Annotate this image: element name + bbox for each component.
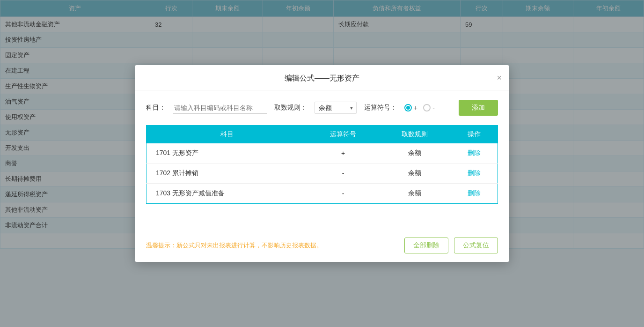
formula-form-row: 科目： 取数规则： 余额 ▼ 运算符号： +	[146, 100, 498, 116]
operator-label: 运算符号：	[364, 104, 397, 112]
modal-body: 科目： 取数规则： 余额 ▼ 运算符号： +	[135, 90, 509, 231]
operator-minus-radio[interactable]: -	[423, 104, 435, 111]
operator-minus-label: -	[432, 104, 435, 111]
delete-row-button[interactable]: 删除	[468, 169, 481, 177]
subject-input[interactable]	[173, 102, 267, 114]
footer-buttons: 全部删除 公式复位	[404, 238, 498, 253]
formula-rule: 余额	[379, 143, 451, 164]
modal-close-button[interactable]: ×	[497, 74, 502, 82]
operator-radio-group: + -	[404, 104, 435, 111]
delete-all-button[interactable]: 全部删除	[404, 238, 448, 253]
formula-subject: 1702 累计摊销	[146, 164, 307, 184]
operator-plus-label: +	[414, 104, 417, 111]
add-button[interactable]: 添加	[459, 100, 498, 116]
formula-subject: 1703 无形资产减值准备	[146, 184, 307, 204]
modal-header: 编辑公式——无形资产 ×	[135, 65, 509, 90]
modal-title: 编辑公式——无形资产	[285, 74, 359, 82]
table-header-subject: 科目	[146, 126, 307, 144]
formula-subject: 1701 无形资产	[146, 143, 307, 164]
formula-rule: 余额	[379, 164, 451, 184]
formula-operator: -	[307, 184, 379, 204]
formula-action[interactable]: 删除	[451, 184, 498, 204]
formula-table-row: 1701 无形资产+余额删除	[146, 143, 498, 164]
rule-label: 取数规则：	[274, 104, 307, 112]
formula-rule: 余额	[379, 184, 451, 204]
delete-row-button[interactable]: 删除	[468, 149, 481, 156]
footer-hint: 温馨提示：新公式只对未出报表进行计算，不影响历史报表数据。	[146, 241, 322, 250]
table-header-action: 操作	[451, 126, 498, 144]
radio-minus-icon	[423, 104, 431, 111]
formula-action[interactable]: 删除	[451, 164, 498, 184]
table-header-operator: 运算符号	[307, 126, 379, 144]
formula-operator: -	[307, 164, 379, 184]
radio-plus-icon	[404, 104, 412, 111]
formula-operator: +	[307, 143, 379, 164]
rule-select-wrapper[interactable]: 余额 ▼	[315, 102, 357, 114]
rule-select[interactable]: 余额	[315, 102, 357, 114]
delete-row-button[interactable]: 删除	[468, 189, 481, 197]
operator-plus-radio[interactable]: +	[404, 104, 417, 111]
formula-action[interactable]: 删除	[451, 143, 498, 164]
formula-table-row: 1703 无形资产减值准备-余额删除	[146, 184, 498, 204]
reset-formula-button[interactable]: 公式复位	[454, 238, 498, 253]
subject-label: 科目：	[146, 104, 166, 112]
table-header-rule: 取数规则	[379, 126, 451, 144]
modal-overlay: 编辑公式——无形资产 × 科目： 取数规则： 余额 ▼ 运算符号：	[0, 0, 644, 327]
edit-formula-modal: 编辑公式——无形资产 × 科目： 取数规则： 余额 ▼ 运算符号：	[135, 65, 509, 262]
modal-footer: 温馨提示：新公式只对未出报表进行计算，不影响历史报表数据。 全部删除 公式复位	[135, 231, 509, 262]
formula-table-row: 1702 累计摊销-余额删除	[146, 164, 498, 184]
formula-table: 科目 运算符号 取数规则 操作 1701 无形资产+余额删除1702 累计摊销-…	[146, 125, 498, 204]
